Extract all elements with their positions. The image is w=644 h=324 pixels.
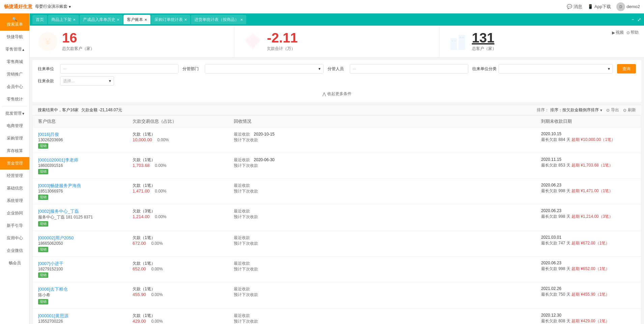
user-menu[interactable]: D demo2: [616, 2, 640, 11]
debt-count: 欠款（1笔）: [133, 286, 234, 292]
overdue-amount-label: 欠款合计（万）: [267, 46, 298, 52]
sidebar-item-basic-info[interactable]: 基础信息: [0, 182, 29, 195]
sort-label: 排序： 排序：按欠款金额倒序排序 ▾: [537, 107, 602, 113]
results-bar-left: 搜索结果中，客户16家 欠款金额 -21,148.07元: [38, 107, 122, 113]
last-payment: 最近收款: [234, 235, 541, 241]
tab-home[interactable]: 首页: [32, 15, 47, 24]
customer-id-link[interactable]: [000002]用户2050: [38, 235, 133, 241]
sidebar-item-quick-nav[interactable]: 快捷导航: [0, 31, 29, 43]
sidebar-item-inventory[interactable]: 库存核算: [0, 145, 29, 157]
col-header-customer: 客户信息: [38, 118, 133, 124]
sidebar-item-purchase-mgmt[interactable]: 采购管理: [0, 132, 29, 145]
sidebar-item-app-center[interactable]: 应用中心: [0, 232, 29, 244]
search-button[interactable]: 查询: [617, 64, 636, 73]
customer-id-link[interactable]: [0007]小进干: [38, 261, 133, 267]
next-payment: 预计下次收款: [234, 266, 541, 272]
sidebar-item-ops-mgmt[interactable]: 经营管理: [0, 170, 29, 182]
overdue-info: 最长欠款 808 天 超期 ¥429.00（1笔）: [541, 318, 636, 324]
app-download-btn[interactable]: 📱 App下载: [588, 4, 611, 10]
stats-row: ¥ 16 总欠款客户（家）: [30, 26, 644, 57]
customer-id-link[interactable]: [0001020001]李老师: [38, 157, 133, 163]
debt-amount: 10,000.00: [133, 137, 152, 142]
help-btn[interactable]: ⊙ 帮助: [626, 30, 639, 35]
svg-marker-3: [246, 35, 259, 48]
customer-phone: 13552700226: [38, 319, 133, 324]
tab-close-purchase-order-stats[interactable]: ✕: [184, 18, 187, 22]
customer-info-cell: [0006]去下粮仓 陈小希 现销: [38, 286, 133, 304]
sidebar-item-retail-stats[interactable]: 零售统计: [0, 93, 29, 106]
overdue-link[interactable]: 超期 ¥652.00（1笔）: [571, 266, 610, 271]
debt-amount: 652.00: [133, 266, 146, 271]
sidebar-item-members[interactable]: 会员中心: [0, 81, 29, 93]
overdue-link[interactable]: 超期 ¥1,471.00（1笔）: [571, 188, 613, 193]
chevron-down-icon-batch: ▾: [22, 111, 24, 116]
sidebar-item-marketing[interactable]: 营销推广: [0, 68, 29, 81]
tab-close-purchase-stats-product[interactable]: ✕: [240, 18, 243, 22]
collapse-btn[interactable]: ⋀ 收起更多条件: [38, 90, 636, 98]
overdue-link[interactable]: 超期 ¥1,214.00（3笔）: [571, 214, 613, 219]
customer-id-link[interactable]: [0006]去下粮仓: [38, 286, 133, 292]
results-amount: 欠款金额 -21,148.07元: [81, 107, 122, 113]
tab-close-customer-account[interactable]: ✕: [144, 18, 147, 22]
sidebar-item-batch-mgmt[interactable]: 批发管理 ▾: [0, 107, 29, 120]
unit-category-select[interactable]: ▾: [499, 64, 613, 73]
tab-purchase-stats-product[interactable]: 进货单统计表（按商品） ✕: [191, 15, 246, 24]
tab-purchase-order-stats[interactable]: 采购订单统计表 ✕: [151, 15, 190, 24]
tab-bar: 首页 商品上下架 ✕ 产成品入库单历史 ✕ 客户账本 ✕ 采购订单统计表 ✕ 进…: [30, 13, 644, 26]
sidebar-item-retail-mgmt[interactable]: 零售管理 ▴: [0, 43, 29, 56]
customer-id-link[interactable]: [0002]服务中心_丁磊: [38, 208, 133, 214]
customer-phone: 服务中心_丁磊 181 0125 8371: [38, 214, 133, 220]
sidebar-item-finance[interactable]: 资金管理: [0, 157, 29, 170]
sidebar-item-search-menu[interactable]: 🔍 搜索菜单: [0, 13, 29, 31]
overdue-link[interactable]: 超期 ¥672.00（1笔）: [571, 241, 610, 245]
table-row: [0002]服务中心_丁磊 服务中心_丁磊 181 0125 8371 现销 欠…: [33, 204, 641, 231]
stat-card-overdue-customers: ¥ 16 总欠款客户（家）: [30, 26, 234, 57]
tab-customer-account[interactable]: 客户账本 ✕: [123, 15, 150, 24]
sidebar-item-system-mgmt[interactable]: 系统管理: [0, 195, 29, 207]
staff-input[interactable]: ···: [350, 64, 468, 73]
refresh-btn[interactable]: ⊙ 刷新: [623, 107, 636, 113]
debt-percent: 0.00%: [151, 292, 163, 297]
next-payment: 预计下次收款: [234, 163, 541, 169]
customer-info-cell: [000002]用户2050 18665062050 现销: [38, 235, 133, 252]
tab-close-product-status[interactable]: ✕: [73, 18, 76, 22]
customer-id-link[interactable]: [0003]畅捷服务尹海燕: [38, 183, 133, 189]
next-payment: 预计下次收款: [234, 188, 541, 194]
tab-minimize-btn[interactable]: －: [631, 17, 635, 23]
customer-id-link[interactable]: [0016]吕俊: [38, 131, 133, 138]
balance-select[interactable]: 选择... ▾: [60, 76, 114, 86]
overdue-date: 2021.03.01: [541, 235, 636, 240]
overdue-cell: 2020.06.23 最长欠款 998 天 超期 ¥1,471.00（1笔）: [541, 183, 636, 194]
table-row: [0003]畅捷服务尹海燕 18513066976 现销 欠款（1笔） 1,47…: [33, 179, 641, 204]
overdue-info: 最长欠款 750 天 超期 ¥455.90（1笔）: [541, 292, 636, 297]
sidebar-item-enterprise-collab[interactable]: 企业协同: [0, 207, 29, 219]
message-btn[interactable]: 💬 消息: [567, 4, 582, 10]
sidebar-item-ecommerce[interactable]: 电商管理: [0, 120, 29, 132]
debt-amount: 429.00: [133, 319, 146, 324]
tab-expand-btn[interactable]: ⤢: [637, 17, 641, 22]
customer-id-link[interactable]: [000001]黄思源: [38, 313, 133, 319]
sidebar-item-new-guide[interactable]: 新手引导: [0, 219, 29, 232]
overdue-link[interactable]: 超期 ¥455.90（1笔）: [571, 292, 610, 297]
tab-product-status[interactable]: 商品上下架 ✕: [48, 15, 79, 24]
export-btn[interactable]: ⊙ 导出: [606, 107, 619, 113]
video-btn[interactable]: ▶ 视频: [612, 30, 624, 35]
sidebar-item-enterprise-wx[interactable]: 企业微信: [0, 244, 29, 257]
table-row: [0016]吕俊 13026203696 现销 欠款（1笔） 10,000.00…: [33, 127, 641, 153]
store-select[interactable]: 母婴行业演示账套 ▾: [35, 4, 71, 9]
from-unit-input[interactable]: ···: [60, 64, 178, 73]
sidebar-item-member-plus[interactable]: 畅会员: [0, 257, 29, 269]
debt-count: 欠款（1笔）: [133, 313, 234, 319]
tab-production-history[interactable]: 产成品入库单历史 ✕: [80, 15, 123, 24]
overdue-link[interactable]: 超期 ¥1,703.68（1笔）: [571, 163, 613, 168]
last-payment: 最近收款: [234, 313, 541, 319]
department-select[interactable]: ▾: [205, 64, 323, 73]
overdue-link[interactable]: 超期 ¥429.00（1笔）: [571, 319, 610, 323]
department-chevron: ▾: [318, 66, 320, 71]
overdue-cell: 2020.10.15 最长欠款 884 天 超期 ¥10,000.00（1笔）: [541, 131, 636, 143]
tab-close-production-history[interactable]: ✕: [117, 18, 119, 22]
overdue-link[interactable]: 超期 ¥10,000.00（1笔）: [571, 137, 615, 142]
sidebar-item-retail-store[interactable]: 零售商城: [0, 56, 29, 68]
filter-group-staff: 分管人员 ···: [328, 64, 468, 73]
refresh-icon: ⊙: [623, 108, 626, 113]
